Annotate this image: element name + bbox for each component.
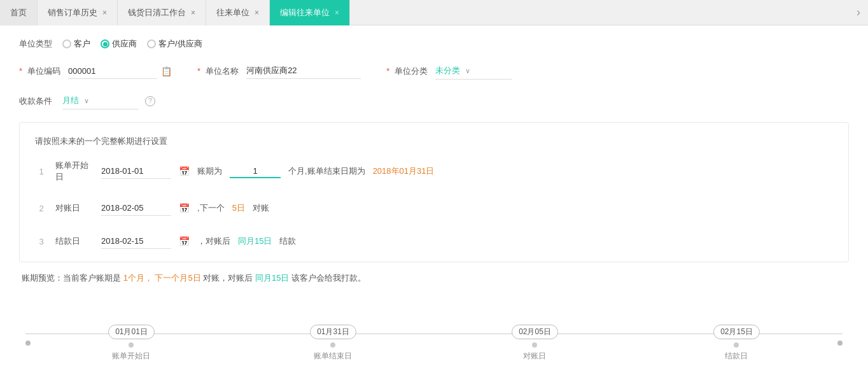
unit-category-required: * — [386, 66, 389, 76]
unit-code-required: * — [19, 66, 22, 76]
tab-sales-history[interactable]: 销售订单历史 × — [38, 0, 118, 25]
timeline-dot-4 — [734, 342, 739, 348]
unit-info-row: * 单位编码 📋 * 单位名称 * 单位分类 未分类 ∨ — [19, 62, 849, 80]
unit-code-calendar-icon[interactable]: 📋 — [161, 66, 172, 76]
payment-terms-arrow-icon: ∨ — [84, 97, 89, 105]
timeline-label-4: 结款日 — [725, 351, 748, 362]
timeline-nodes: 01月01日 账单开始日 01月31日 账单结束日 02月05日 对账日 — [31, 325, 837, 362]
period-row-1-type: 账单开始日 — [55, 160, 94, 183]
timeline-node-1: 01月01日 账单开始日 — [108, 325, 155, 362]
tab-bar: 首页 销售订单历史 × 钱货日清工作台 × 往来单位 × 编辑往来单位 × › — [0, 0, 868, 25]
tab-edit-partner[interactable]: 编辑往来单位 × — [270, 0, 350, 25]
period-row-3-date[interactable] — [101, 234, 171, 249]
period-box-title: 请按照未来的一个完整帐期进行设置 — [35, 136, 833, 147]
period-row-3-num: 3 — [35, 237, 48, 246]
unit-category-field: * 单位分类 未分类 ∨ — [386, 62, 512, 80]
tab-partner[interactable]: 往来单位 × — [206, 0, 270, 25]
period-row-1-num: 1 — [35, 167, 48, 176]
unit-code-input[interactable] — [68, 64, 157, 79]
period-row-2-highlight: 5日 — [232, 202, 245, 214]
period-row-2-suffix: 对账 — [253, 202, 269, 214]
period-row-3: 3 结款日 📅 ，对账后 同月15日 结款 — [35, 234, 833, 249]
unit-category-arrow-icon: ∨ — [465, 67, 470, 75]
tab-edit-partner-label: 编辑往来单位 — [280, 7, 330, 18]
unit-name-label: 单位名称 — [206, 66, 239, 77]
radio-supplier-label: 供应商 — [112, 38, 137, 50]
preview-section: 账期预览：当前客户账期是 1个月， 下一个月5日 对账，对账后 同月15日 该客… — [19, 272, 849, 284]
timeline-dot-3 — [532, 342, 537, 348]
timeline-section: 01月01日 账单开始日 01月31日 账单结束日 02月05日 对账日 — [19, 299, 849, 387]
timeline-badge-2: 01月31日 — [310, 325, 356, 339]
timeline-dot-2 — [330, 342, 335, 348]
preview-suffix: 该客户会给我打款。 — [291, 273, 366, 283]
period-row-2-calendar-icon[interactable]: 📅 — [179, 203, 190, 213]
unit-type-radio-group: 客户 供应商 客户/供应商 — [62, 38, 202, 50]
unit-code-field: * 单位编码 📋 — [19, 64, 172, 79]
timeline-left-endpoint — [25, 341, 31, 346]
timeline-label-1: 账单开始日 — [112, 351, 150, 362]
radio-both-label: 客户/供应商 — [158, 38, 202, 50]
payment-terms-help-icon[interactable]: ? — [145, 96, 155, 106]
tab-partner-label: 往来单位 — [216, 7, 249, 18]
radio-customer-circle — [62, 39, 71, 48]
payment-terms-value: 月结 — [62, 95, 79, 106]
period-row-3-calendar-icon[interactable]: 📅 — [179, 236, 190, 246]
timeline-badge-4: 02月15日 — [713, 325, 760, 339]
timeline-dot-1 — [129, 342, 134, 348]
period-row-1-date[interactable] — [101, 164, 171, 179]
timeline-right-endpoint — [837, 341, 843, 346]
payment-terms-label: 收款条件 — [19, 95, 52, 107]
period-row-3-type: 结款日 — [55, 236, 94, 247]
period-row-2: 2 对账日 📅 ,下一个 5日 对账 — [35, 201, 833, 216]
tab-sales-history-close[interactable]: × — [102, 8, 107, 17]
period-row-3-suffix: 结款 — [279, 236, 296, 247]
tab-home-label: 首页 — [10, 7, 27, 18]
period-row-1-calendar-icon[interactable]: 📅 — [179, 166, 190, 176]
preview-part2: 下一个月5日 — [155, 273, 200, 283]
period-setting-box: 请按照未来的一个完整帐期进行设置 1 账单开始日 📅 账期为 个月,账单结束日期… — [19, 122, 849, 262]
period-row-1-end-date: 2018年01月31日 — [373, 165, 435, 177]
period-row-1-suffix: 个月,账单结束日期为 — [288, 165, 365, 177]
payment-terms-dropdown[interactable]: 月结 ∨ — [62, 92, 139, 109]
unit-name-input[interactable] — [246, 64, 361, 79]
timeline-node-2: 01月31日 账单结束日 — [310, 325, 356, 362]
tab-home[interactable]: 首页 — [0, 0, 38, 25]
timeline-badge-3: 02月05日 — [512, 325, 558, 339]
period-row-1-middle: 账期为 — [197, 165, 222, 177]
payment-terms-row: 收款条件 月结 ∨ ? — [19, 92, 849, 109]
tab-partner-close[interactable]: × — [255, 8, 259, 17]
unit-category-value: 未分类 — [435, 65, 460, 76]
tab-cash-work[interactable]: 钱货日清工作台 × — [118, 0, 206, 25]
period-row-3-prefix: ，对账后 — [197, 236, 230, 247]
period-row-1: 1 账单开始日 📅 账期为 个月,账单结束日期为 2018年01月31日 — [35, 160, 833, 183]
unit-code-label: 单位编码 — [27, 66, 60, 77]
preview-prefix: 账期预览：当前客户账期是 — [22, 273, 121, 283]
unit-name-field: * 单位名称 — [197, 64, 361, 79]
tab-cash-work-label: 钱货日清工作台 — [128, 7, 186, 18]
radio-both[interactable]: 客户/供应商 — [147, 38, 202, 50]
radio-supplier[interactable]: 供应商 — [101, 38, 137, 50]
timeline-label-3: 对账日 — [523, 351, 546, 362]
period-row-2-type: 对账日 — [55, 202, 94, 214]
timeline-badge-1: 01月01日 — [108, 325, 155, 339]
timeline-node-4: 02月15日 结款日 — [713, 325, 760, 362]
timeline-label-2: 账单结束日 — [314, 351, 352, 362]
preview-middle: 对账，对账后 — [203, 273, 255, 283]
period-row-1-months-input[interactable] — [230, 165, 281, 178]
unit-type-label: 单位类型 — [19, 38, 52, 50]
preview-part3: 同月15日 — [255, 273, 289, 283]
unit-category-label: 单位分类 — [395, 66, 428, 77]
tab-edit-partner-close[interactable]: × — [335, 8, 339, 17]
unit-name-required: * — [197, 66, 200, 76]
timeline-node-3: 02月05日 对账日 — [512, 325, 558, 362]
radio-supplier-circle — [101, 39, 109, 48]
tab-cash-work-close[interactable]: × — [191, 8, 195, 17]
unit-category-dropdown[interactable]: 未分类 ∨ — [435, 62, 512, 80]
period-row-2-date[interactable] — [101, 201, 171, 216]
tab-more-button[interactable]: › — [849, 6, 868, 19]
tab-sales-history-label: 销售订单历史 — [48, 7, 97, 18]
radio-customer-label: 客户 — [74, 38, 90, 50]
period-row-2-num: 2 — [35, 204, 48, 213]
period-row-3-highlight: 同月15日 — [238, 236, 272, 247]
radio-customer[interactable]: 客户 — [62, 38, 90, 50]
